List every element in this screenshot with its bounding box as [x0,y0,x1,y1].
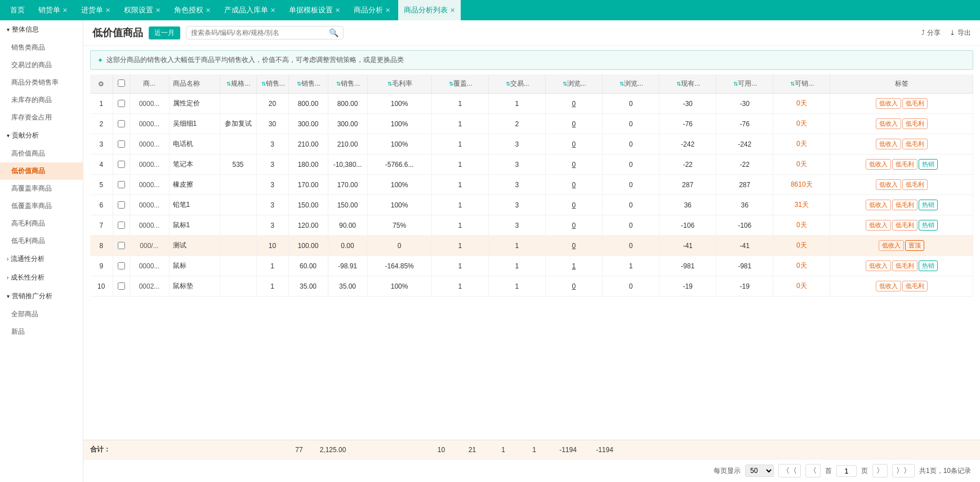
sidebar-group-growth[interactable]: › 成长性分析 [0,268,83,287]
row-checkbox[interactable] [118,181,125,188]
browse-link[interactable]: 0 [572,201,576,209]
row-checkbox[interactable] [118,222,125,229]
th-spec[interactable]: ⇅规格... [220,74,256,94]
cell-rate: 75% [367,215,431,236]
first-page-button[interactable]: 〈〈 [778,464,801,477]
th-browse1[interactable]: ⇅浏览... [545,74,602,94]
cell-trade: 1 [488,276,545,297]
nav-product-inbound[interactable]: 产成品入库单 ✕ [219,0,281,20]
sidebar-group-contribution[interactable]: ▾ 贡献分析 [0,126,83,145]
row-checkbox[interactable] [118,282,125,290]
th-trade[interactable]: ⇅交易... [488,74,545,94]
sidebar-item-high-profit[interactable]: 高毛利商品 [0,215,83,232]
th-s3[interactable]: ⇅销售... [328,74,367,94]
cell-rate: 100% [367,276,431,297]
th-s1[interactable]: ⇅销售... [256,74,288,94]
th-cov[interactable]: ⇅覆盖... [431,74,488,94]
cell-s3: 800.00 [328,94,367,114]
th-rate[interactable]: ⇅毛利率 [367,74,431,94]
select-all-checkbox[interactable] [118,79,125,87]
content-header: 低价值商品 近一月 🔍 ⤴ 分享 ⤓ 导出 [83,20,980,46]
nav-template[interactable]: 单据模板设置 ✕ [283,0,346,20]
main-layout: ▾ 整体信息 销售类商品 交易过的商品 商品分类销售率 未库存的商品 库存资金占… [0,20,980,482]
nav-product-analysis[interactable]: 商品分析 ✕ [348,0,396,20]
nav-close-purchase[interactable]: ✕ [105,7,110,14]
nav-permission[interactable]: 权限设置 ✕ [118,0,166,20]
nav-product-analysis-list[interactable]: 商品分析列表 ✕ [398,0,461,20]
row-checkbox[interactable] [118,120,125,127]
sidebar-item-low-profit[interactable]: 低毛利商品 [0,232,83,250]
browse-link[interactable]: 0 [572,242,576,250]
sidebar-item-traded-products[interactable]: 交易过的商品 [0,56,83,74]
nav-sales[interactable]: 销货单 ✕ [33,0,73,20]
sidebar-item-low-coverage[interactable]: 低覆盖率商品 [0,197,83,215]
nav-purchase[interactable]: 进货单 ✕ [75,0,116,20]
th-stock1[interactable]: ⇅现有... [660,74,716,94]
table-row: 4 0000... 笔记本 535 3 180.00 -10,380... -5… [90,154,973,175]
th-browse2[interactable]: ⇅浏览... [602,74,659,94]
current-page-input[interactable] [836,465,857,477]
sidebar-item-high-value[interactable]: 高价值商品 [0,145,83,162]
browse-link[interactable]: 1 [572,262,576,270]
th-code[interactable]: 商... [130,74,169,94]
settings-icon[interactable]: ⚙ [98,80,104,88]
row-checkbox[interactable] [118,100,125,107]
prev-page-button[interactable]: 〈 [805,464,821,477]
cell-s2: 300.00 [288,114,328,134]
table-row: 5 0000... 橡皮擦 3 170.00 170.00 100% 1 3 0… [90,175,973,195]
sidebar-group-overview[interactable]: ▾ 整体信息 [0,20,83,39]
nav-close-product-inbound[interactable]: ✕ [270,7,275,14]
browse-link[interactable]: 0 [572,161,576,169]
browse-link[interactable]: 0 [572,140,576,148]
sidebar-item-low-value[interactable]: 低价值商品 [0,162,83,180]
browse-link[interactable]: 0 [572,181,576,189]
th-stock2[interactable]: ⇅可用... [716,74,773,94]
sidebar-item-no-stock[interactable]: 未库存的商品 [0,91,83,109]
sidebar-item-sales-products[interactable]: 销售类商品 [0,39,83,56]
nav-close-template[interactable]: ✕ [335,7,340,14]
cell-code: 0000... [130,256,169,276]
th-name[interactable]: 商品名称 [169,74,220,94]
browse-link[interactable]: 0 [572,100,576,108]
next-page-button[interactable]: 〉 [872,464,888,477]
row-checkbox[interactable] [118,161,125,168]
nav-home[interactable]: 首页 [5,0,30,20]
cell-tags: 低收入低毛利热销 [830,195,973,215]
sidebar-item-all-products[interactable]: 全部商品 [0,306,83,323]
nav-close-sales[interactable]: ✕ [63,7,68,14]
sidebar-group-circulation[interactable]: › 流通性分析 [0,250,83,268]
export-button[interactable]: ⤓ 导出 [950,28,971,38]
th-stock3[interactable]: ⇅可销... [773,74,830,94]
cell-days: 0天 [773,236,830,256]
row-checkbox[interactable] [118,140,125,148]
sidebar: ▾ 整体信息 销售类商品 交易过的商品 商品分类销售率 未库存的商品 库存资金占… [0,20,83,482]
cell-cov: 1 [431,94,488,114]
browse-link[interactable]: 0 [572,282,576,290]
nav-close-product-analysis-list[interactable]: ✕ [450,7,455,14]
cell-spec [220,195,256,215]
nav-close-permission[interactable]: ✕ [155,7,161,14]
sidebar-group-marketing[interactable]: ▾ 营销推广分析 [0,287,83,306]
nav-close-product-analysis[interactable]: ✕ [385,7,390,14]
sidebar-item-new-products[interactable]: 新品 [0,323,83,341]
th-s2[interactable]: ⇅销售... [288,74,328,94]
nav-role[interactable]: 角色授权 ✕ [168,0,216,20]
sidebar-item-category-sales[interactable]: 商品分类销售率 [0,74,83,91]
nav-close-role[interactable]: ✕ [206,7,211,14]
per-page-select[interactable]: 50 100 [745,465,774,477]
row-checkbox[interactable] [118,242,125,249]
cell-name: 鼠标垫 [169,276,220,297]
share-button[interactable]: ⤴ 分享 [921,28,941,38]
sidebar-item-stock-capital[interactable]: 库存资金占用 [0,109,83,126]
browse-link[interactable]: 0 [572,120,576,128]
cell-name: 电话机 [169,134,220,154]
cell-name: 鼠标1 [169,215,220,236]
period-button[interactable]: 近一月 [149,26,180,39]
browse-link[interactable]: 0 [572,222,576,229]
row-checkbox[interactable] [118,262,125,269]
row-checkbox[interactable] [118,201,125,209]
sidebar-item-high-coverage[interactable]: 高覆盖率商品 [0,180,83,197]
search-input[interactable] [191,29,326,37]
table-wrapper[interactable]: ⚙ 商... 商品名称 ⇅规格... [83,74,980,440]
last-page-button[interactable]: 〉〉 [892,464,915,477]
